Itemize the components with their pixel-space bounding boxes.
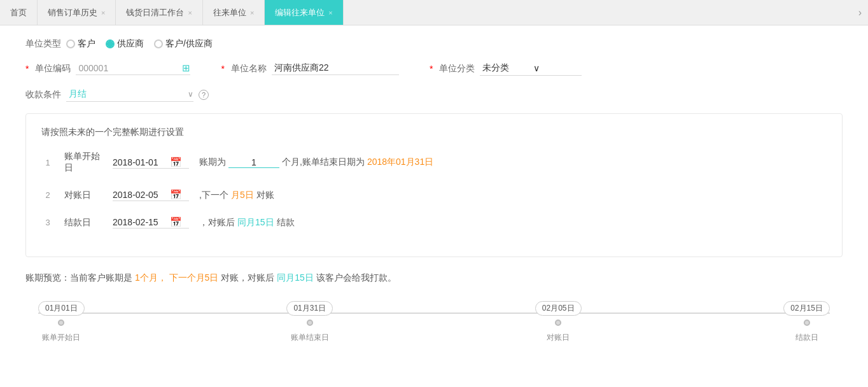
unit-category-select[interactable]: 未分类 ∨ [480,61,582,76]
preview-prefix: 账期预览：当前客户账期是 [25,272,132,283]
timeline-label-4: 结款日 [795,332,818,343]
unit-category-label: 单位分类 [439,63,475,74]
unit-category-group: * 单位分类 未分类 ∨ [430,61,582,76]
tab-sales-history-label: 销售订单历史 [48,7,97,18]
payment-condition-value: 月结 [66,87,188,101]
unit-name-group: * 单位名称 [221,62,398,75]
timeline-label-1: 账单开始日 [42,332,80,343]
desc-prefix-2: ,下一个 [199,190,228,201]
tabs-expand-button[interactable]: › [852,7,868,18]
period-num-input[interactable] [228,157,279,168]
period-row-3: 3 结款日 📅 ，对账后 同月15日 结款 [41,216,827,229]
period-row-2: 2 对账日 📅 ,下一个 月5日 对账 [41,189,827,201]
unit-name-input[interactable] [272,62,399,75]
period-num-2: 2 [41,190,54,200]
timeline-date-4: 02月15日 [783,301,830,316]
desc-prefix-1: 账期为 [199,157,226,168]
period-desc-2: ,下一个 月5日 对账 [199,190,274,201]
calendar-icon-2[interactable]: 📅 [170,189,182,201]
period-settings-box: 请按照未来的一个完整帐期进行设置 1 账单开始日 📅 账期为 个月,账单结束日期… [25,113,843,257]
unit-code-input-wrapper: ⊞ [76,62,190,75]
radio-label-both: 客户/供应商 [165,38,213,50]
radio-circle-customer [66,39,75,48]
tab-home-label: 首页 [10,7,27,18]
start-date-input[interactable] [113,157,170,167]
calendar-icon-3[interactable]: 📅 [170,216,182,228]
timeline-point-3: 02月05日 对账日 [535,301,582,343]
radio-circle-supplier [106,39,115,48]
timeline-label-3: 对账日 [547,332,570,343]
period-preview: 账期预览：当前客户账期是 1个月， 下一个月5日 对账，对账后 同月15日 该客… [25,270,843,286]
unit-type-radio-group: 客户 供应商 客户/供应商 [66,38,213,50]
highlight-text-2: 月5日 [231,190,254,201]
unit-fields-row: * 单位编码 ⊞ * 单位名称 * 单位分类 未分类 ∨ [25,61,843,76]
tab-cashflow[interactable]: 钱货日清工作台 × [116,0,202,25]
timeline-point-1: 01月01日 账单开始日 [38,301,85,343]
required-star-name: * [221,64,224,74]
close-icon[interactable]: × [188,9,192,17]
chevron-down-icon-payment: ∨ [188,90,193,99]
chevron-down-icon: ∨ [531,62,582,74]
period-desc-1: 账期为 个月,账单结束日期为 2018年01月31日 [199,157,433,168]
preview-suffix: 该客户会给我打款。 [316,272,396,283]
timeline-date-2: 01月31日 [286,301,333,316]
unit-name-label: 单位名称 [231,63,267,74]
payment-condition-label: 收款条件 [25,89,61,101]
tab-edit-partner-label: 编辑往来单位 [275,7,325,18]
preview-part2: 下一个月5日 [169,272,219,283]
timeline-date-1: 01月01日 [38,301,85,316]
preview-part1: 1个月， [135,272,167,283]
period-field-label-2: 对账日 [64,190,102,201]
radio-supplier[interactable]: 供应商 [106,38,144,50]
help-icon[interactable]: ? [199,90,209,100]
close-icon[interactable]: × [250,9,254,17]
timeline-container: 01月01日 账单开始日 01月31日 账单结束日 02月05日 对账日 02月… [25,301,843,343]
copy-icon[interactable]: ⊞ [182,62,190,74]
radio-label-supplier: 供应商 [117,38,144,50]
timeline-point-4: 02月15日 结款日 [783,301,830,343]
period-desc-3: ，对账后 同月15日 结款 [199,217,295,229]
tab-partner[interactable]: 往来单位 × [203,0,265,25]
tab-home[interactable]: 首页 [0,0,38,25]
desc-suffix-3: 结款 [277,217,295,229]
timeline-label-2: 账单结束日 [291,332,329,343]
unit-type-label: 单位类型 [25,38,61,50]
radio-customer[interactable]: 客户 [66,38,95,50]
period-num-1: 1 [41,158,54,167]
highlight-text-3: 同月15日 [237,217,274,229]
timeline-dot-2 [307,320,313,326]
tab-sales-history[interactable]: 销售订单历史 × [38,0,116,25]
tab-cashflow-label: 钱货日清工作台 [126,7,184,18]
highlight-date-1: 2018年01月31日 [367,157,433,168]
period-row-1: 1 账单开始日 📅 账期为 个月,账单结束日期为 2018年01月31日 [41,151,827,174]
tab-partner-label: 往来单位 [213,7,246,18]
unit-type-row: 单位类型 客户 供应商 客户/供应商 [25,38,843,50]
timeline-points: 01月01日 账单开始日 01月31日 账单结束日 02月05日 对账日 02月… [38,301,830,343]
close-icon[interactable]: × [328,9,332,17]
payment-condition-select[interactable]: 月结 ∨ [66,87,193,102]
timeline-dot-3 [555,320,561,326]
main-content: 单位类型 客户 供应商 客户/供应商 * 单位编码 ⊞ [0,25,868,387]
desc-suffix-2: 对账 [256,190,274,201]
timeline-dot-1 [58,320,64,326]
payment-date-input[interactable] [113,217,170,227]
unit-category-value: 未分类 [480,61,531,75]
radio-both[interactable]: 客户/供应商 [154,38,213,50]
period-field-label-3: 结款日 [64,217,102,229]
tabs-bar: 首页 销售订单历史 × 钱货日清工作台 × 往来单位 × 编辑往来单位 × › [0,0,868,25]
period-num-3: 3 [41,218,54,227]
timeline-date-3: 02月05日 [535,301,582,316]
reconcile-date-input[interactable] [113,190,170,200]
desc-prefix-3: ，对账后 [199,217,235,229]
calendar-icon-1[interactable]: 📅 [170,157,182,168]
preview-part3: 同月15日 [277,272,314,283]
close-icon[interactable]: × [101,9,105,17]
required-star-cat: * [430,64,433,74]
radio-circle-both [154,39,163,48]
period-field-label-1: 账单开始日 [64,151,102,174]
reconcile-date-input-group: 📅 [113,189,189,201]
unit-code-input[interactable] [76,62,182,74]
unit-code-label: 单位编码 [35,63,71,74]
tab-edit-partner[interactable]: 编辑往来单位 × [265,0,343,25]
radio-label-customer: 客户 [78,38,95,50]
